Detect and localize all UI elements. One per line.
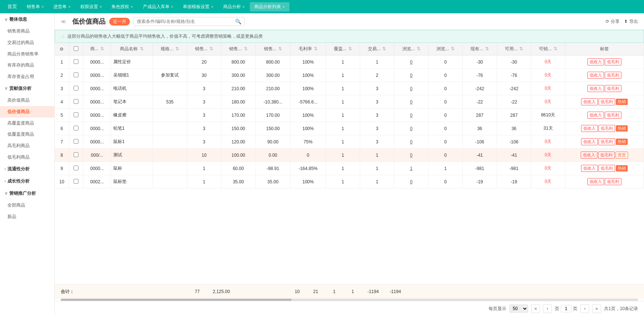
close-sales-icon[interactable]: × <box>41 4 44 9</box>
collapse-sidebar-btn[interactable]: ≪ <box>61 18 66 24</box>
last-page-btn[interactable]: » <box>592 304 601 313</box>
close-analysis-list-icon[interactable]: × <box>282 4 285 9</box>
per-page-select[interactable]: 50 100 200 <box>509 305 528 313</box>
browse1-link[interactable]: 0 <box>410 139 413 145</box>
sidebar-item-low-coverage[interactable]: 低覆盖度商品 <box>0 129 54 140</box>
row-checkbox[interactable] <box>74 126 78 130</box>
sidebar-item-traded-products[interactable]: 交易过的商品 <box>0 37 54 48</box>
nav-analysis-list[interactable]: 商品分析列表× <box>250 2 289 11</box>
browse1-link[interactable]: 0 <box>410 113 413 118</box>
sidebar-group-contribution[interactable]: ∨ 贡献值分析 <box>0 82 54 95</box>
sidebar-item-inventory-products[interactable]: 有库存的商品 <box>0 60 54 71</box>
sidebar-item-high-value[interactable]: 高价值商品 <box>0 95 54 106</box>
close-purchase-icon[interactable]: × <box>68 4 70 9</box>
nav-home[interactable]: 首页 <box>3 2 21 11</box>
col-settings[interactable]: ⚙ <box>55 43 69 55</box>
cell-browse1[interactable]: 0 <box>394 149 428 162</box>
nav-purchase[interactable]: 进货单× <box>49 2 75 11</box>
col-name[interactable]: 商品名称 ⇅ <box>111 43 153 55</box>
sidebar-item-low-margin[interactable]: 低毛利商品 <box>0 152 54 163</box>
close-permissions-icon[interactable]: × <box>100 4 102 9</box>
nav-sales[interactable]: 销售单× <box>22 2 48 11</box>
row-checkbox[interactable] <box>74 152 78 157</box>
cell-browse1[interactable]: 0 <box>394 95 428 109</box>
cell-checkbox[interactable] <box>69 175 83 188</box>
browse1-link[interactable]: 0 <box>410 99 413 105</box>
cell-browse1[interactable]: 0 <box>394 122 428 135</box>
page-number-input[interactable] <box>561 305 572 312</box>
cell-checkbox[interactable] <box>69 135 83 149</box>
cell-checkbox[interactable] <box>69 122 83 135</box>
col-gross-rate[interactable]: 毛利率 ⇅ <box>291 43 326 55</box>
close-templates-icon[interactable]: × <box>211 4 213 9</box>
col-checkbox[interactable] <box>69 43 83 55</box>
cell-checkbox[interactable] <box>69 95 83 109</box>
col-sale-amt2[interactable]: 销售... ⇅ <box>255 43 290 55</box>
browse1-link[interactable]: 1 <box>410 166 413 171</box>
row-checkbox[interactable] <box>74 179 78 184</box>
cell-checkbox[interactable] <box>69 149 83 162</box>
col-browse2[interactable]: 浏览... ⇅ <box>428 43 462 55</box>
nav-products[interactable]: 产成品入库单× <box>138 2 178 11</box>
browse1-link[interactable]: 0 <box>410 73 413 78</box>
col-sale-amt[interactable]: 销售... ⇅ <box>221 43 255 55</box>
browse1-link[interactable]: 0 <box>410 86 413 91</box>
first-page-btn[interactable]: « <box>531 304 540 313</box>
col-browse1[interactable]: 浏览... ⇅ <box>394 43 428 55</box>
cell-browse1[interactable]: 0 <box>394 82 428 95</box>
cell-browse1[interactable]: 0 <box>394 69 428 82</box>
nav-analysis[interactable]: 商品分析× <box>219 2 249 11</box>
sidebar-item-high-margin[interactable]: 高毛利商品 <box>0 140 54 152</box>
row-checkbox[interactable] <box>74 166 78 170</box>
sidebar-group-overall[interactable]: ∨ 整体信息 <box>0 13 54 26</box>
row-checkbox[interactable] <box>74 72 78 77</box>
select-all-checkbox[interactable] <box>74 46 78 51</box>
col-cover[interactable]: 覆盖... ⇅ <box>326 43 360 55</box>
sidebar-item-capital[interactable]: 库存资金占用 <box>0 71 54 82</box>
browse1-link[interactable]: 0 <box>410 153 413 158</box>
cell-browse1[interactable]: 0 <box>394 55 428 69</box>
cell-browse1[interactable]: 0 <box>394 175 428 188</box>
sidebar-group-growth[interactable]: › 成长性分析 <box>0 175 54 187</box>
filter-btn[interactable]: 近一月 <box>109 18 130 26</box>
row-checkbox[interactable] <box>74 99 78 104</box>
row-checkbox[interactable] <box>74 112 78 117</box>
cell-browse1[interactable]: 1 <box>394 162 428 175</box>
next-page-btn[interactable]: › <box>580 304 589 313</box>
cell-checkbox[interactable] <box>69 69 83 82</box>
col-spec[interactable]: 规格... ⇅ <box>153 43 187 55</box>
close-roles-icon[interactable]: × <box>131 4 133 9</box>
sidebar-item-sales-products[interactable]: 销售类商品 <box>0 26 54 37</box>
search-icon[interactable]: 🔍 <box>235 18 241 24</box>
close-products-icon[interactable]: × <box>171 4 173 9</box>
nav-roles[interactable]: 角色授权× <box>107 2 137 11</box>
sidebar-group-marketing[interactable]: ∨ 营销推广分析 <box>0 187 54 200</box>
sidebar-item-high-coverage[interactable]: 高覆盖度商品 <box>0 118 54 129</box>
browse1-link[interactable]: 0 <box>410 179 413 184</box>
row-checkbox[interactable] <box>74 86 78 91</box>
col-code[interactable]: 商... ⇅ <box>83 43 111 55</box>
sidebar-item-all-products[interactable]: 全部商品 <box>0 200 54 211</box>
row-checkbox[interactable] <box>74 59 78 64</box>
cell-checkbox[interactable] <box>69 55 83 69</box>
col-sale-qty[interactable]: 销售... ⇅ <box>187 43 221 55</box>
nav-permissions[interactable]: 权限设置× <box>76 2 106 11</box>
col-available[interactable]: 可用... ⇅ <box>497 43 531 55</box>
col-saleable[interactable]: 可销... ⇅ <box>531 43 565 55</box>
close-analysis-icon[interactable]: × <box>242 4 245 9</box>
browse1-link[interactable]: 0 <box>410 60 413 65</box>
cell-browse1[interactable]: 0 <box>394 109 428 122</box>
sidebar-group-circulation[interactable]: › 流通性分析 <box>0 163 54 175</box>
sidebar-item-new-products[interactable]: 新品 <box>0 211 54 222</box>
share-btn[interactable]: ⟳ 分享 <box>606 18 620 25</box>
cell-checkbox[interactable] <box>69 162 83 175</box>
table-container[interactable]: ⚙ 商... ⇅ 商品名称 ⇅ 规格... ⇅ 销售... ⇅ 销售... ⇅ … <box>55 43 644 284</box>
prev-page-btn[interactable]: ‹ <box>543 304 552 313</box>
export-btn[interactable]: ⬆ 导出 <box>624 18 638 25</box>
col-trade[interactable]: 交易... ⇅ <box>360 43 394 55</box>
nav-templates[interactable]: 单据模板设置× <box>178 2 218 11</box>
search-input[interactable] <box>137 19 233 24</box>
browse1-link[interactable]: 0 <box>410 126 413 131</box>
cell-checkbox[interactable] <box>69 82 83 95</box>
col-current[interactable]: 现有... ⇅ <box>463 43 497 55</box>
